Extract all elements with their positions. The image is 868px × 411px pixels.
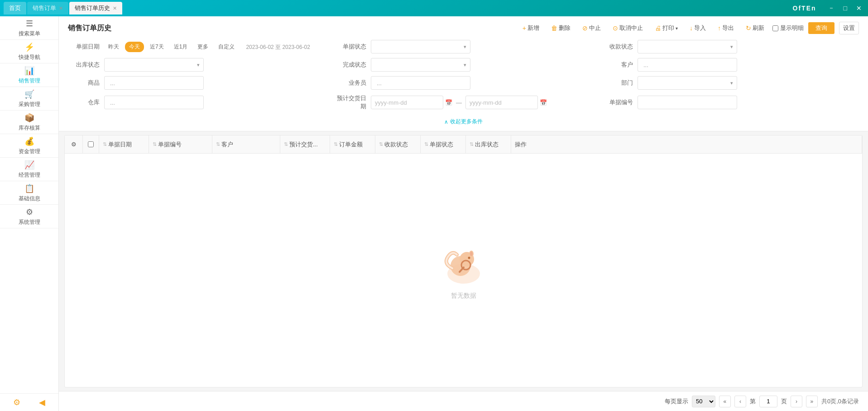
salesperson-input[interactable]: ...: [371, 76, 470, 90]
th-receipt-status[interactable]: ⇅ 收款状态: [375, 135, 421, 153]
date-more-btn[interactable]: 更多: [193, 42, 212, 52]
new-button[interactable]: + 新增: [519, 22, 543, 34]
calendar-end-icon[interactable]: 📅: [540, 99, 547, 106]
order-status-select[interactable]: ▾: [371, 40, 470, 53]
sidebar-item-finance-label: 资金管理: [19, 148, 40, 155]
tab-sales-history[interactable]: 销售订单历史 ✕: [69, 2, 122, 15]
display-columns-toggle[interactable]: 显示明细: [772, 24, 804, 32]
sidebar-item-system[interactable]: ⚙ 系统管理: [0, 205, 58, 228]
th-order-status[interactable]: ⇅ 单据状态: [421, 135, 466, 153]
gear-settings-icon: ⚙: [71, 141, 77, 148]
date-custom-btn[interactable]: 自定义: [214, 42, 239, 52]
sidebar-item-sales-label: 销售管理: [19, 77, 40, 85]
first-page-button[interactable]: «: [719, 396, 731, 407]
sidebar-item-quick-nav[interactable]: ⚡ 快捷导航: [0, 40, 58, 63]
content-area: 销售订单历史 + 新增 🗑 删除 ⊘ 中止 ⊙: [59, 16, 868, 411]
cancel-stop-icon: ⊙: [613, 24, 618, 32]
tab-home[interactable]: 首页: [4, 2, 26, 15]
warehouse-label: 仓库: [68, 98, 104, 106]
sidebar-item-purchase[interactable]: 🛒 采购管理: [0, 87, 58, 111]
receipt-status-arrow-icon: ▾: [730, 44, 733, 50]
tab-sales-order[interactable]: 销售订单 ✕: [27, 2, 68, 15]
close-window-button[interactable]: ✕: [854, 4, 864, 13]
th-customer[interactable]: ⇅ 客户: [212, 135, 280, 153]
out-status-select[interactable]: ▾: [104, 58, 204, 72]
search-button[interactable]: 查询: [808, 22, 834, 34]
th-out-status-label: 出库状态: [475, 140, 499, 149]
th-amount[interactable]: ⇅ 订单金额: [330, 135, 375, 153]
select-all-checkbox[interactable]: [88, 141, 94, 147]
delivery-date-label: 预计交货日期: [335, 94, 371, 111]
delivery-date-end-value: yyyy-mm-dd: [470, 99, 502, 106]
maximize-button[interactable]: □: [841, 4, 850, 13]
calendar-start-icon[interactable]: 📅: [445, 99, 452, 106]
sidebar-collapse-icon[interactable]: ◀: [39, 397, 45, 407]
th-delivery[interactable]: ⇅ 预计交货...: [280, 135, 330, 153]
import-button[interactable]: ↓ 导入: [686, 22, 710, 34]
receipt-status-select[interactable]: ▾: [638, 40, 737, 53]
goods-dots[interactable]: ...: [108, 80, 117, 87]
order-no-input[interactable]: [638, 96, 737, 109]
close-icon[interactable]: ✕: [113, 5, 117, 11]
refresh-button[interactable]: ↻ 刷新: [742, 22, 768, 34]
date-month-btn[interactable]: 近1月: [170, 42, 192, 52]
sidebar-settings-icon[interactable]: ⚙: [13, 397, 20, 407]
last-page-button[interactable]: »: [806, 396, 818, 407]
th-checkbox[interactable]: [83, 135, 99, 153]
sort-icon: ⇅: [334, 141, 338, 147]
sidebar-item-finance[interactable]: 💰 资金管理: [0, 134, 58, 158]
sidebar-item-operations[interactable]: 📈 经营管理: [0, 158, 58, 181]
customer-dots[interactable]: ...: [642, 62, 650, 68]
salesperson-dots[interactable]: ...: [375, 80, 384, 87]
new-label: 新增: [528, 24, 539, 32]
order-no-label: 单据编号: [601, 98, 638, 106]
date-quick-buttons: 昨天 今天 近7天 近1月 更多 自定义: [104, 42, 239, 52]
customer-control: ...: [638, 58, 859, 72]
sidebar-item-basic-info-label: 基础信息: [19, 195, 40, 203]
date-today-btn[interactable]: 今天: [125, 42, 144, 52]
sort-icon: ⇅: [284, 141, 288, 147]
th-out-status[interactable]: ⇅ 出库状态: [466, 135, 511, 153]
goods-label: 商品: [68, 79, 104, 87]
settings-button[interactable]: 设置: [839, 22, 859, 34]
current-page-input[interactable]: [759, 396, 777, 407]
sidebar-item-sales[interactable]: 📊 销售管理: [0, 63, 58, 87]
complete-status-select[interactable]: ▾: [371, 58, 470, 72]
th-receipt-label: 收款状态: [384, 140, 408, 149]
customer-input[interactable]: ...: [638, 58, 737, 72]
warehouse-input[interactable]: ...: [104, 96, 204, 109]
sidebar-item-inventory[interactable]: 📦 库存核算: [0, 111, 58, 134]
per-page-select[interactable]: 10 20 50 100: [692, 396, 715, 407]
delete-button[interactable]: 🗑 删除: [547, 22, 574, 34]
order-no-control: [638, 96, 859, 109]
warehouse-dots[interactable]: ...: [108, 99, 117, 106]
table-header: ⚙ ⇅ 单据日期 ⇅ 单据编号 ⇅ 客户 ⇅: [65, 135, 862, 154]
th-delivery-label: 预计交货...: [289, 140, 318, 149]
filter-row-1: 单据日期 昨天 今天 近7天 近1月 更多 自定义 2023-06-02 至 2…: [68, 40, 859, 53]
minimize-button[interactable]: －: [825, 3, 837, 13]
settings-label: 设置: [843, 24, 855, 32]
close-icon[interactable]: ✕: [59, 5, 63, 11]
toolbar: + 新增 🗑 删除 ⊘ 中止 ⊙ 取消中止: [519, 22, 859, 34]
date-yesterday-btn[interactable]: 昨天: [104, 42, 123, 52]
export-button[interactable]: ↑ 导出: [714, 22, 738, 34]
delivery-date-end-input[interactable]: yyyy-mm-dd: [465, 96, 538, 109]
display-columns-checkbox[interactable]: [772, 25, 778, 31]
date-7days-btn[interactable]: 近7天: [146, 42, 168, 52]
cancel-stop-button[interactable]: ⊙ 取消中止: [609, 22, 647, 34]
next-page-button[interactable]: ›: [791, 396, 802, 407]
sidebar-item-basic-info[interactable]: 📋 基础信息: [0, 181, 58, 205]
prev-page-button[interactable]: ‹: [734, 396, 746, 407]
sidebar-item-search-menu[interactable]: ☰ 搜索菜单: [0, 16, 58, 40]
print-button[interactable]: 🖨 打印 ▾: [651, 22, 681, 34]
dept-select[interactable]: ▾: [638, 76, 737, 90]
print-arrow-icon: ▾: [676, 26, 678, 31]
goods-input[interactable]: ...: [104, 76, 204, 90]
th-order-no[interactable]: ⇅ 单据编号: [149, 135, 212, 153]
sort-icon: ⇅: [216, 141, 220, 147]
th-gear[interactable]: ⚙: [65, 135, 83, 153]
th-date[interactable]: ⇅ 单据日期: [99, 135, 149, 153]
stop-button[interactable]: ⊘ 中止: [579, 22, 604, 34]
delivery-date-start-input[interactable]: yyyy-mm-dd: [371, 96, 443, 109]
collapse-row[interactable]: ∧ 收起更多条件: [68, 115, 859, 127]
